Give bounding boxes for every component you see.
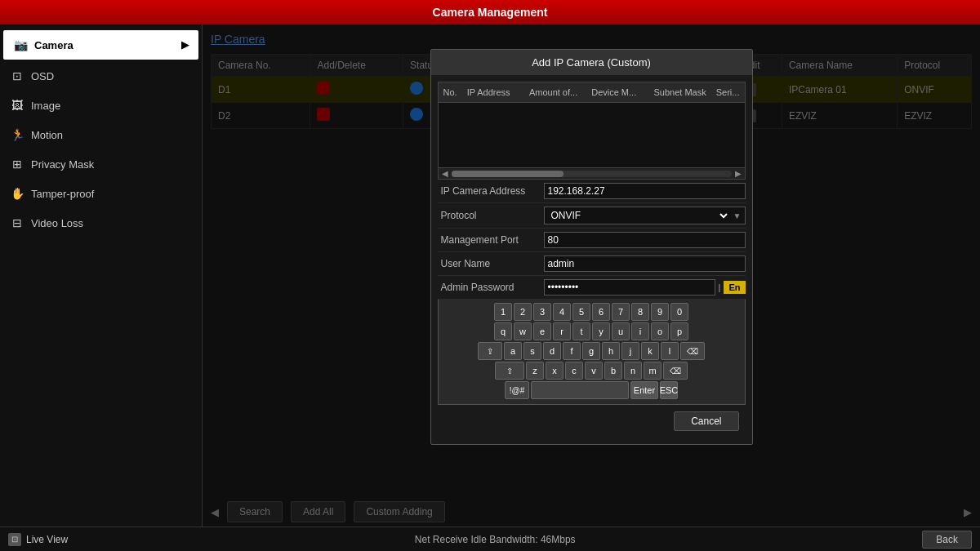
form-row-ip: IP Camera Address (438, 180, 746, 203)
key-g[interactable]: g (582, 342, 600, 360)
privacy-mask-icon: ⊞ (10, 157, 24, 171)
label-protocol: Protocol (438, 210, 544, 221)
modal-table-body (438, 103, 746, 168)
sidebar-label-image: Image (31, 100, 60, 112)
label-management-port: Management Port (438, 234, 544, 246)
key-l[interactable]: l (661, 342, 679, 360)
modal-body: No. IP Address Amount of... Device M... … (431, 75, 752, 444)
label-user-name: User Name (438, 258, 544, 269)
cursor-indicator: | (717, 282, 723, 292)
scrollbar-track[interactable] (452, 171, 732, 177)
sidebar-item-osd[interactable]: ⊡ OSD (0, 61, 202, 91)
key-4[interactable]: 4 (553, 303, 571, 321)
key-k[interactable]: k (641, 342, 659, 360)
camera-icon: 📷 (13, 38, 28, 52)
form-row-protocol: Protocol ONVIF EZVIZ ▼ (438, 203, 746, 229)
modal-overlay: Add IP Camera (Custom) No. IP Address Am… (203, 24, 980, 527)
key-d[interactable]: d (543, 342, 561, 360)
en-button[interactable]: En (724, 281, 745, 294)
sidebar: 📷 Camera ▶ ⊡ OSD 🖼 Image 🏃 Motion ⊞ Priv… (0, 24, 203, 527)
sidebar-label-camera: Camera (34, 39, 74, 51)
key-shift[interactable]: ⇧ (495, 362, 524, 380)
key-w[interactable]: w (514, 322, 532, 340)
key-t[interactable]: t (572, 322, 590, 340)
back-button[interactable]: Back (922, 531, 972, 549)
key-1[interactable]: 1 (494, 303, 512, 321)
label-ip-camera-address: IP Camera Address (438, 185, 544, 197)
key-v[interactable]: v (585, 362, 603, 380)
content-area: IP Camera Camera No. Add/Delete Status s… (203, 24, 980, 527)
key-esc[interactable]: ESC (660, 381, 678, 399)
input-user-name[interactable] (544, 256, 746, 272)
key-o[interactable]: o (651, 322, 669, 340)
sidebar-label-video-loss: Video Loss (31, 217, 83, 229)
key-r[interactable]: r (553, 322, 571, 340)
key-symbols[interactable]: !@# (505, 381, 529, 399)
key-z[interactable]: z (526, 362, 544, 380)
modal-table-header: No. IP Address Amount of... Device M... … (438, 82, 746, 103)
sidebar-item-camera[interactable]: 📷 Camera ▶ (3, 30, 198, 60)
protocol-select-wrapper: ONVIF EZVIZ ▼ (544, 207, 746, 224)
modal-col-subnet: Subnet Mask (648, 86, 710, 99)
key-q[interactable]: q (494, 322, 512, 340)
key-6[interactable]: 6 (592, 303, 610, 321)
key-c[interactable]: c (565, 362, 583, 380)
sidebar-label-motion: Motion (31, 129, 63, 141)
key-b[interactable]: b (604, 362, 622, 380)
osd-icon: ⊡ (10, 69, 24, 83)
key-9[interactable]: 9 (651, 303, 669, 321)
input-admin-password[interactable] (544, 279, 715, 295)
modal-col-amount: Amount of... (524, 86, 586, 99)
key-n[interactable]: n (624, 362, 642, 380)
sidebar-item-motion[interactable]: 🏃 Motion (0, 120, 202, 149)
key-backspace2[interactable]: ⌫ (663, 362, 688, 380)
key-y[interactable]: y (592, 322, 610, 340)
tamper-proof-icon: ✋ (10, 186, 24, 201)
modal-cancel-button[interactable]: Cancel (674, 411, 738, 431)
modal-scrollbar[interactable]: ◀ ▶ (438, 168, 746, 180)
input-management-port[interactable] (544, 232, 746, 248)
key-8[interactable]: 8 (631, 303, 649, 321)
key-p[interactable]: p (670, 322, 688, 340)
input-ip-camera-address[interactable] (544, 183, 746, 199)
key-7[interactable]: 7 (612, 303, 630, 321)
key-f[interactable]: f (563, 342, 581, 360)
key-s[interactable]: s (523, 342, 541, 360)
live-view-icon: ⊡ (8, 533, 21, 546)
key-enter[interactable]: Enter (630, 381, 658, 399)
bandwidth-text: Net Receive Idle Bandwidth: 46Mbps (415, 534, 576, 545)
sidebar-item-video-loss[interactable]: ⊟ Video Loss (0, 208, 202, 238)
modal-col-device: Device M... (586, 86, 648, 99)
key-3[interactable]: 3 (533, 303, 551, 321)
key-h[interactable]: h (602, 342, 620, 360)
form-row-password: Admin Password | En (438, 276, 746, 300)
scrollbar-left-arrow[interactable]: ◀ (439, 169, 452, 178)
sidebar-label-privacy-mask: Privacy Mask (31, 158, 94, 171)
key-u[interactable]: u (612, 322, 630, 340)
sidebar-item-image[interactable]: 🖼 Image (0, 91, 202, 120)
key-e[interactable]: e (533, 322, 551, 340)
video-loss-icon: ⊟ (10, 216, 24, 230)
live-view-label: Live View (26, 534, 68, 545)
sidebar-item-tamper-proof[interactable]: ✋ Tamper-proof (0, 179, 202, 208)
scrollbar-right-arrow[interactable]: ▶ (732, 169, 745, 178)
key-5[interactable]: 5 (572, 303, 590, 321)
sidebar-label-osd: OSD (31, 70, 54, 82)
key-i[interactable]: i (631, 322, 649, 340)
key-caps[interactable]: ⇪ (478, 342, 502, 360)
key-x[interactable]: x (546, 362, 564, 380)
key-row-qwerty: q w e r t y u i o p (442, 322, 742, 340)
scrollbar-thumb[interactable] (452, 171, 564, 177)
live-view-button[interactable]: ⊡ Live View (8, 533, 68, 546)
motion-icon: 🏃 (10, 127, 24, 142)
key-a[interactable]: a (504, 342, 522, 360)
key-0[interactable]: 0 (670, 303, 688, 321)
modal-col-ip: IP Address (462, 86, 524, 99)
key-j[interactable]: j (621, 342, 639, 360)
protocol-select[interactable]: ONVIF EZVIZ (545, 207, 730, 224)
key-space[interactable] (531, 381, 629, 399)
key-backspace[interactable]: ⌫ (680, 342, 705, 360)
key-2[interactable]: 2 (514, 303, 532, 321)
sidebar-item-privacy-mask[interactable]: ⊞ Privacy Mask (0, 149, 202, 179)
key-m[interactable]: m (644, 362, 662, 380)
